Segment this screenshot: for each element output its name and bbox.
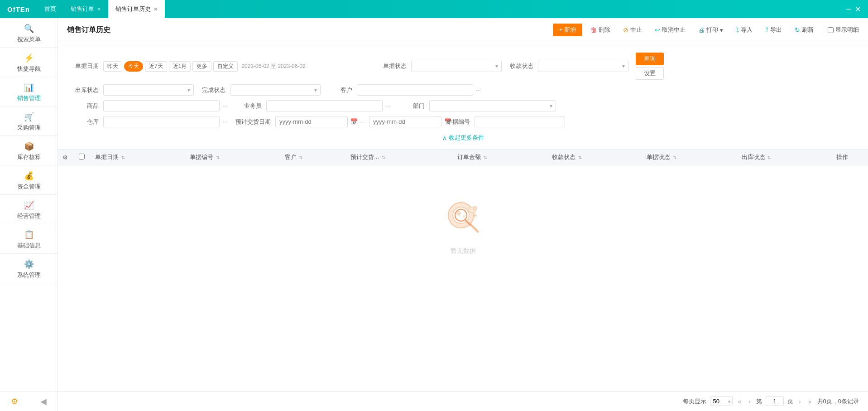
- th-check[interactable]: [74, 150, 91, 165]
- print-dropdown-icon: ▾: [720, 27, 723, 34]
- sidebar-item-inventory[interactable]: 📦 库存核算: [0, 136, 58, 165]
- delivery-end-input[interactable]: [369, 116, 441, 127]
- settings-col-icon[interactable]: ⚙: [62, 154, 68, 161]
- sidebar-item-operation[interactable]: 📈 经营管理: [0, 195, 58, 224]
- customer-input[interactable]: [357, 84, 473, 96]
- import-button[interactable]: ⤵ 导入: [731, 24, 757, 36]
- salesperson-more-icon[interactable]: ···: [383, 102, 393, 109]
- tab-sales-order-close[interactable]: ✕: [97, 6, 101, 12]
- sidebar-item-sales-label: 销售管理: [17, 94, 41, 102]
- filter-row-2: 出库状态 完成状态 客户 ···: [67, 84, 859, 96]
- prev-page-button[interactable]: ‹: [747, 397, 753, 406]
- th-delivery-sort: ⇅: [382, 155, 385, 160]
- th-bill-status[interactable]: 单据状态 ⇅: [642, 150, 737, 165]
- goods-field: ···: [103, 100, 230, 111]
- sidebar-item-basic-label: 基础信息: [17, 242, 41, 250]
- display-cols-checkbox[interactable]: [828, 27, 834, 33]
- sidebar-collapse-icon[interactable]: ◀: [40, 396, 47, 406]
- nav-icon: ⚡: [24, 53, 34, 63]
- search-icon: 🔍: [24, 24, 34, 34]
- window-close-icon[interactable]: ✕: [855, 5, 861, 14]
- empty-state: 暂无数据: [58, 165, 868, 273]
- svg-point-3: [456, 211, 461, 216]
- date-yesterday[interactable]: 昨天: [103, 61, 122, 72]
- receipt-status-select[interactable]: [538, 61, 628, 72]
- page-title: 销售订单历史: [67, 25, 547, 35]
- sidebar: 🔍 搜索菜单 ⚡ 快捷导航 📊 销售管理 🛒 采购管理 📦 库存核算 💰 资金管…: [0, 18, 58, 411]
- new-button[interactable]: + 新增: [553, 24, 582, 36]
- th-bill-no[interactable]: 单据编号 ⇅: [185, 150, 280, 165]
- delete-button[interactable]: 🗑 删除: [586, 24, 615, 36]
- th-bill-no-label: 单据编号: [190, 154, 213, 160]
- page-label: 页: [787, 397, 793, 406]
- date-7days[interactable]: 近7天: [145, 61, 167, 72]
- tab-sales-order-history-close[interactable]: ✕: [153, 6, 158, 12]
- table-area: ⚙ 单据日期 ⇅ 单据编号 ⇅: [58, 150, 868, 391]
- page-input[interactable]: [766, 396, 784, 406]
- warehouse-input[interactable]: [103, 116, 220, 127]
- sidebar-item-purchase-label: 采购管理: [17, 124, 41, 132]
- customer-more-icon[interactable]: ···: [473, 87, 484, 93]
- svg-point-8: [473, 206, 477, 210]
- export-button[interactable]: ⤴ 导出: [761, 24, 786, 36]
- warehouse-more-icon[interactable]: ···: [220, 118, 230, 125]
- window-min-icon[interactable]: ─: [846, 5, 851, 13]
- empty-text: 暂无数据: [451, 247, 476, 255]
- settings-button[interactable]: 设置: [636, 67, 664, 80]
- th-stock-out-status[interactable]: 出库状态 ⇅: [737, 150, 832, 165]
- complete-select[interactable]: [230, 84, 321, 96]
- sidebar-item-purchase[interactable]: 🛒 采购管理: [0, 106, 58, 136]
- next-page-button[interactable]: ›: [797, 397, 803, 406]
- stock-out-label: 出库状态: [67, 86, 103, 94]
- th-delivery[interactable]: 预计交货... ⇅: [346, 150, 453, 165]
- th-bill-date[interactable]: 单据日期 ⇅: [91, 150, 185, 165]
- last-page-button[interactable]: »: [806, 397, 814, 406]
- total-text: 共0页，0条记录: [817, 397, 859, 406]
- sidebar-item-sales[interactable]: 📊 销售管理: [0, 77, 58, 106]
- per-page-select[interactable]: 10 20 50 100: [710, 396, 733, 406]
- display-cols-check[interactable]: 显示明细: [828, 26, 859, 34]
- sidebar-item-basic[interactable]: 📋 基础信息: [0, 224, 58, 254]
- sidebar-settings-icon[interactable]: ⚙: [11, 396, 18, 406]
- salesperson-input[interactable]: [266, 100, 383, 111]
- goods-input[interactable]: [103, 100, 220, 111]
- select-all-checkbox[interactable]: [79, 154, 85, 160]
- calendar-start-icon[interactable]: 📅: [350, 118, 358, 125]
- th-receipt-status[interactable]: 收款状态 ⇅: [547, 150, 642, 165]
- bill-no-input[interactable]: [475, 116, 565, 127]
- refresh-button[interactable]: ↻ 刷新: [790, 24, 818, 36]
- delivery-start-input[interactable]: [275, 116, 348, 127]
- query-button[interactable]: 查询: [636, 53, 664, 65]
- salesperson-label: 业务员: [230, 102, 266, 110]
- complete-label: 完成状态: [194, 86, 230, 94]
- dept-select[interactable]: [429, 100, 556, 111]
- th-amount[interactable]: 订单金额 ⇅: [453, 150, 547, 165]
- cancel-stop-button[interactable]: ↩ 取消中止: [650, 24, 690, 36]
- top-bar-right: ─ ✕: [846, 5, 868, 14]
- stop-button[interactable]: ⊘ 中止: [619, 24, 647, 36]
- bill-status-select[interactable]: [411, 61, 502, 72]
- date-more[interactable]: 更多: [192, 61, 211, 72]
- goods-more-icon[interactable]: ···: [220, 102, 230, 109]
- date-today[interactable]: 今天: [124, 61, 143, 72]
- collapse-button[interactable]: ∧ 收起更多条件: [442, 132, 484, 144]
- stock-out-select-wrap: [103, 84, 194, 96]
- tab-home[interactable]: 首页: [37, 0, 63, 18]
- sidebar-item-system[interactable]: ⚙️ 系统管理: [0, 254, 58, 283]
- sidebar-item-nav[interactable]: ⚡ 快捷导航: [0, 48, 58, 77]
- date-custom[interactable]: 自定义: [213, 61, 238, 72]
- tab-sales-order-history[interactable]: 销售订单历史 ✕: [108, 0, 165, 18]
- th-customer[interactable]: 客户 ⇅: [280, 150, 346, 165]
- tab-sales-order[interactable]: 销售订单 ✕: [63, 0, 108, 18]
- stock-out-select[interactable]: [103, 84, 194, 96]
- basic-icon: 📋: [24, 230, 34, 240]
- bill-status-label: 单据状态: [375, 62, 411, 70]
- first-page-button[interactable]: «: [736, 397, 743, 406]
- sidebar-item-search[interactable]: 🔍 搜索菜单: [0, 18, 58, 48]
- sidebar-item-operation-label: 经营管理: [17, 212, 41, 220]
- print-button[interactable]: 🖨 打印 ▾: [694, 24, 728, 36]
- sidebar-item-finance[interactable]: 💰 资金管理: [0, 165, 58, 195]
- th-settings[interactable]: ⚙: [58, 150, 74, 165]
- receipt-status-select-wrap: [538, 61, 628, 72]
- date-1month[interactable]: 近1月: [169, 61, 191, 72]
